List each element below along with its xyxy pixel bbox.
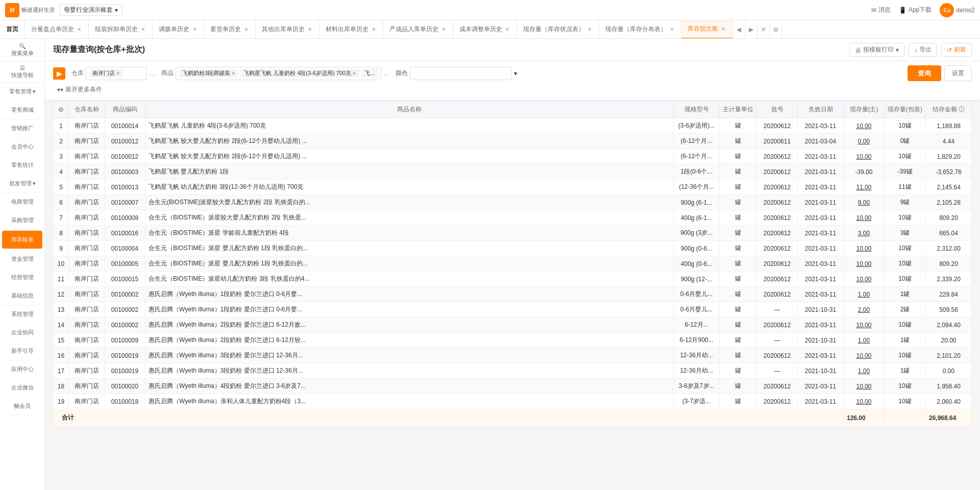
tab-close-icon[interactable]: ✕ xyxy=(76,26,82,33)
cell-qty-main[interactable]: 10.00 xyxy=(844,241,885,256)
tab-close-icon[interactable]: ✕ xyxy=(243,26,249,33)
tab-home[interactable]: 首页 xyxy=(0,20,25,39)
tab-xianzailiang1[interactable]: 现存量（库存状况表） ✕ xyxy=(517,20,599,39)
goods-tag-2-close[interactable]: ✕ xyxy=(352,70,356,76)
tab-fenpan[interactable]: 分量盘点单历史 ✕ xyxy=(25,20,89,39)
cell-spbm: 00100012 xyxy=(105,149,145,164)
cell-amount: 2,339.20 xyxy=(926,272,972,287)
sidebar-search[interactable]: 🔍 搜索菜单 xyxy=(0,39,44,62)
cell-unit: 罐 xyxy=(720,164,757,180)
cell-batch: 20200612 xyxy=(757,180,798,195)
cell-qty-main[interactable]: 10.00 xyxy=(844,210,885,226)
tab-diaobao[interactable]: 调拨单历史 ✕ xyxy=(153,20,204,39)
tab-close-icon[interactable]: ✕ xyxy=(440,26,447,33)
goods-tag-container[interactable]: 飞鹤奶粉3段两罐装 ✕ 飞鹤星飞帆 儿童奶粉 4段(3-6岁适用) 700克 ✕… xyxy=(176,67,381,80)
tab-cailiaochu[interactable]: 材料出库单历史 ✕ xyxy=(320,20,383,39)
tab-close-icon[interactable]: ✕ xyxy=(191,26,198,33)
cell-qty-main[interactable]: 10.00 xyxy=(844,272,885,287)
sidebar-item-zijin[interactable]: 资金管理 xyxy=(0,250,44,268)
tab-chengben[interactable]: 成本调整单历史 ✕ xyxy=(453,20,517,39)
tab-close-icon[interactable]: ✕ xyxy=(669,26,675,33)
filter-expand-button[interactable]: ▶ xyxy=(53,67,65,80)
sidebar-item-yingyong[interactable]: 应用中心 xyxy=(0,360,44,379)
tab-xianzailiang2[interactable]: 现存量（库存分布表） ✕ xyxy=(599,20,681,39)
tab-close-icon[interactable]: ✕ xyxy=(140,26,146,33)
sidebar-item-lingshoul[interactable]: 零售管理 ▾ xyxy=(0,83,44,101)
cell-qty-main[interactable]: 2.00 xyxy=(844,302,885,317)
tab-next-button[interactable]: ▶ xyxy=(745,20,757,39)
cell-qty-main[interactable]: 1.00 xyxy=(844,333,885,348)
tab-close-icon[interactable]: ✕ xyxy=(586,26,593,33)
cell-qty-main[interactable]: 9.00 xyxy=(844,195,885,210)
query-button[interactable]: 查询 xyxy=(908,65,941,81)
warehouse-tag-container[interactable]: 南岸门店 ✕ xyxy=(86,67,147,80)
sidebar-item-xitong[interactable]: 系统管理 xyxy=(0,305,44,324)
cell-qty-main[interactable]: 10.00 xyxy=(844,394,885,409)
cell-qty-main[interactable]: 11.00 xyxy=(844,180,885,195)
tab-menu-button[interactable]: ⊞ xyxy=(770,20,782,39)
cell-spec: (3-6岁适用)... xyxy=(674,118,720,134)
cell-qty-main[interactable]: 10.00 xyxy=(844,256,885,272)
cell-ck: 南岸门店 xyxy=(69,195,105,210)
sidebar-item-yingxiao[interactable]: 营销推广 xyxy=(0,119,44,138)
sidebar-item-pifa[interactable]: 批发管理 ▾ xyxy=(0,175,44,193)
user-profile[interactable]: Ea demo2 xyxy=(940,3,975,17)
sidebar-item-kucun[interactable]: 库存核算 xyxy=(2,231,42,249)
tab-close-icon[interactable]: ✕ xyxy=(504,26,510,33)
sidebar-item-jichu[interactable]: 基础信息 xyxy=(0,287,44,305)
tab-prev-button[interactable]: ◀ xyxy=(733,20,745,39)
tab-yaohuo[interactable]: 要货单历史 ✕ xyxy=(204,20,256,39)
account-selector[interactable]: 母婴行业演示账套 ▾ xyxy=(59,4,122,16)
tab-kucunpici[interactable]: 库存批次账 ✕ xyxy=(681,20,733,39)
color-dropdown-icon: ▾ xyxy=(514,70,517,77)
color-tag-container[interactable] xyxy=(410,67,512,80)
sidebar-item-qiyeweixin[interactable]: 企业微信 xyxy=(0,379,44,397)
cell-ck: 南岸门店 xyxy=(69,394,105,409)
sidebar-item-jingying[interactable]: 经营管理 xyxy=(0,268,44,287)
settings-button[interactable]: 设置 xyxy=(944,65,972,81)
sidebar-item-xinshou[interactable]: 新手引导 xyxy=(0,342,44,360)
cell-qty-main[interactable]: 10.00 xyxy=(844,149,885,164)
message-button[interactable]: ✉ 消息 xyxy=(871,6,891,14)
print-button[interactable]: 🖨 按模板打印 ▾ xyxy=(849,43,904,57)
refresh-button[interactable]: ↺ 刷新 xyxy=(941,43,972,57)
sidebar-quick-nav[interactable]: ☰ 快捷导航 xyxy=(0,62,44,83)
cell-qty-main[interactable]: 10.00 xyxy=(844,118,885,134)
sidebar-item-dianshang[interactable]: 电商管理 xyxy=(0,193,44,211)
tab-qitachu[interactable]: 其他出库单历史 ✕ xyxy=(256,20,320,39)
goods-more[interactable]: … xyxy=(383,70,389,77)
sidebar-item-caigou[interactable]: 采购管理 xyxy=(0,211,44,230)
warehouse-label: 仓库 xyxy=(71,69,84,78)
cell-spec: 6-12月... xyxy=(674,317,720,333)
cell-spec: (6-12个月... xyxy=(674,149,720,164)
col-header-settings[interactable]: ⚙ xyxy=(54,101,69,118)
expand-more-conditions[interactable]: ▾▾ 展开更多条件 xyxy=(53,83,972,96)
goods-tag-1-close[interactable]: ✕ xyxy=(231,70,235,76)
cell-qty-main[interactable]: 10.00 xyxy=(844,379,885,394)
cell-qty-main[interactable]: 1.00 xyxy=(844,363,885,379)
export-button[interactable]: ↓ 导出 xyxy=(909,43,937,57)
table-row: 10 南岸门店 00100005 合生元（BIOSTIME）派星 婴儿配方奶粉 … xyxy=(54,256,972,272)
tab-chengpin[interactable]: 产成品入库单历史 ✕ xyxy=(383,20,453,39)
cell-spbm: 00100007 xyxy=(105,195,145,210)
tab-close-all-button[interactable]: ✕ xyxy=(757,20,770,39)
tab-close-icon[interactable]: ✕ xyxy=(371,26,377,33)
sidebar-item-huiyuan[interactable]: 会员中心 xyxy=(0,138,44,156)
cell-spbm: 00100005 xyxy=(105,256,145,272)
warehouse-more[interactable]: … xyxy=(149,70,155,77)
sidebar-item-lingtongj[interactable]: 零售统计 xyxy=(0,156,44,175)
cell-qty-main[interactable]: 10.00 xyxy=(844,348,885,363)
sidebar-item-lingshous[interactable]: 零售商城 xyxy=(0,101,44,119)
cell-no: 12 xyxy=(54,287,69,302)
cell-qty-main[interactable]: 3.00 xyxy=(844,226,885,241)
cell-qty-main[interactable]: 1.00 xyxy=(844,287,885,302)
cell-qty-main[interactable]: 10.00 xyxy=(844,317,885,333)
cell-qty-main[interactable]: 0.00 xyxy=(844,134,885,149)
tab-close-icon[interactable]: ✕ xyxy=(720,25,726,33)
tab-zuhe[interactable]: 组装拆卸单历史 ✕ xyxy=(89,20,153,39)
sidebar-item-qiye[interactable]: 企业协同 xyxy=(0,324,44,342)
app-download-button[interactable]: 📱 App下载 xyxy=(899,6,932,14)
warehouse-tag-close[interactable]: ✕ xyxy=(116,70,120,76)
tab-close-icon[interactable]: ✕ xyxy=(307,26,313,33)
sidebar-item-panghui[interactable]: 畅会员 xyxy=(0,397,44,415)
